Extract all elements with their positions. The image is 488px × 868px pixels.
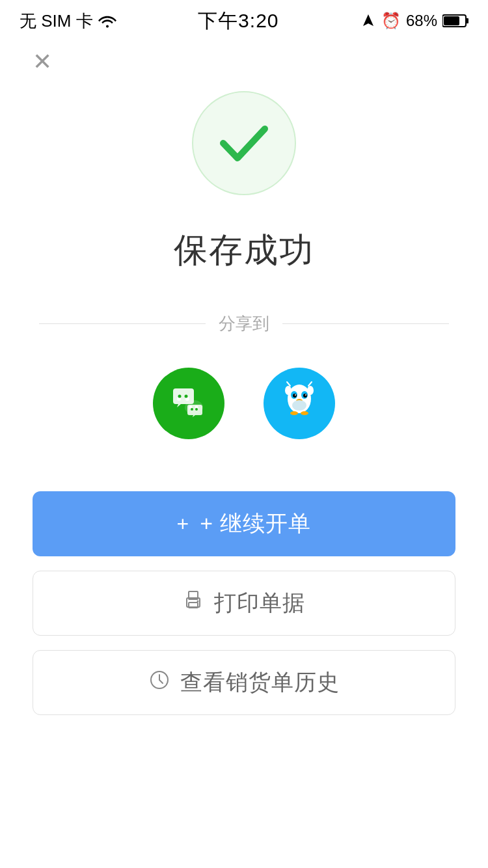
wifi-icon bbox=[98, 14, 116, 28]
clock-icon bbox=[149, 670, 170, 696]
svg-point-9 bbox=[178, 394, 181, 398]
svg-point-16 bbox=[293, 394, 297, 398]
status-bar: 无 SIM 卡 下午3:20 ⏰ 68% bbox=[0, 0, 488, 39]
share-icons bbox=[153, 368, 335, 439]
location-icon bbox=[360, 13, 376, 29]
divider-right bbox=[282, 323, 449, 324]
status-right: ⏰ 68% bbox=[360, 12, 468, 30]
history-button[interactable]: 查看销货单历史 bbox=[33, 650, 455, 715]
svg-point-31 bbox=[197, 601, 199, 603]
close-button[interactable]: ✕ bbox=[26, 46, 59, 78]
close-icon: ✕ bbox=[33, 50, 52, 74]
print-button[interactable]: 打印单据 bbox=[33, 571, 455, 636]
qq-share-button[interactable] bbox=[264, 368, 335, 439]
checkmark-icon bbox=[218, 122, 270, 165]
continue-button[interactable]: + + 继续开单 bbox=[33, 491, 455, 556]
printer-icon bbox=[183, 590, 204, 616]
status-left: 无 SIM 卡 bbox=[20, 10, 116, 33]
svg-point-24 bbox=[285, 386, 291, 395]
wechat-share-button[interactable] bbox=[153, 368, 224, 439]
wechat-icon bbox=[168, 386, 210, 422]
continue-label: + 继续开单 bbox=[200, 509, 311, 539]
svg-point-18 bbox=[295, 394, 296, 396]
svg-point-25 bbox=[307, 386, 314, 395]
battery-icon bbox=[442, 14, 468, 28]
svg-point-10 bbox=[184, 394, 187, 398]
svg-point-19 bbox=[305, 394, 306, 396]
success-circle bbox=[192, 91, 296, 195]
svg-point-12 bbox=[195, 408, 198, 411]
share-divider: 分享到 bbox=[0, 312, 488, 335]
svg-point-11 bbox=[191, 408, 193, 411]
svg-point-23 bbox=[301, 411, 308, 415]
main-content: 保存成功 分享到 bbox=[0, 39, 488, 715]
qq-icon bbox=[278, 381, 321, 426]
svg-point-17 bbox=[303, 394, 307, 398]
action-buttons: + + 继续开单 打印单据 查看销货单历 bbox=[0, 491, 488, 715]
history-label: 查看销货单历史 bbox=[180, 668, 340, 698]
divider-left bbox=[39, 323, 206, 324]
svg-point-22 bbox=[290, 411, 298, 415]
plus-icon: + bbox=[177, 512, 190, 536]
svg-rect-2 bbox=[444, 16, 459, 25]
svg-point-21 bbox=[292, 400, 306, 411]
print-label: 打印单据 bbox=[214, 588, 305, 618]
svg-line-27 bbox=[308, 382, 312, 386]
battery-label: 68% bbox=[406, 12, 437, 30]
success-title: 保存成功 bbox=[174, 228, 314, 273]
share-section: 分享到 bbox=[0, 312, 488, 452]
status-time: 下午3:20 bbox=[198, 8, 278, 34]
svg-line-26 bbox=[287, 382, 290, 386]
alarm-icon: ⏰ bbox=[381, 12, 401, 30]
svg-rect-1 bbox=[466, 18, 468, 23]
sim-label: 无 SIM 卡 bbox=[20, 10, 93, 33]
share-label: 分享到 bbox=[219, 312, 269, 335]
